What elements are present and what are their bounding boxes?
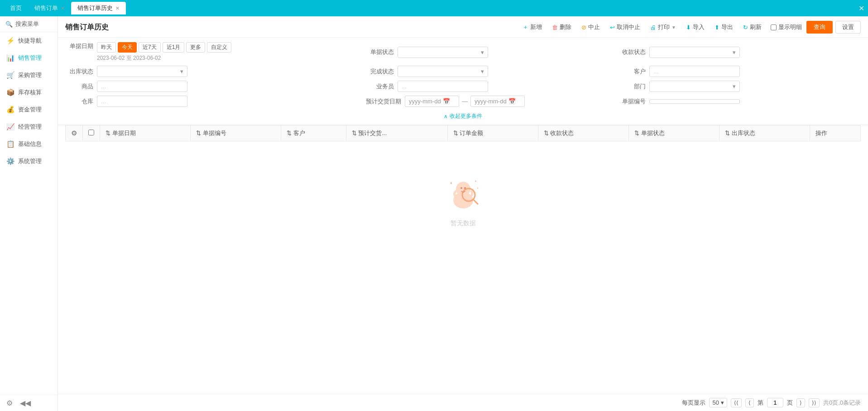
sidebar-item-inventory[interactable]: 📦 库存核算 — [0, 84, 58, 101]
expected-date-from-text: yyyy-mm-dd — [409, 98, 441, 105]
print-dropdown-icon: ▼ — [671, 25, 676, 30]
calendar-from-icon: 📅 — [443, 98, 450, 105]
th-number[interactable]: ⇅ 单据编号 — [191, 126, 281, 141]
last-page-btn[interactable]: ⟩⟩ — [809, 398, 820, 407]
date-btn-last7[interactable]: 近7天 — [139, 42, 161, 53]
delete-icon: 🗑 — [552, 24, 558, 31]
receipt-status-label: 收款状态 — [618, 48, 649, 56]
svg-point-5 — [464, 187, 466, 189]
tab-sales-order[interactable]: 销售订单 ✕ — [28, 2, 71, 15]
empty-illustration: ✦ ✦ ✦ — [441, 169, 486, 214]
system-icon: ⚙️ — [6, 157, 14, 165]
content-area: 销售订单历史 ＋ 新增 🗑 删除 ⊘ 中止 ↩ 取消中止 — [58, 16, 868, 411]
first-page-btn[interactable]: ⟨⟨ — [731, 398, 742, 407]
out-status-label: 出库状态 — [65, 68, 97, 76]
customer-label: 客户 — [618, 68, 649, 76]
empty-state: ✦ ✦ ✦ 暂无数据 — [66, 141, 861, 255]
date-btn-custom[interactable]: 自定义 — [207, 42, 231, 53]
warehouse-label: 仓库 — [65, 97, 97, 106]
table-header-row: ⚙ ⇅ 单据日期 ⇅ 单据编号 ⇅ 客户 — [66, 126, 861, 141]
refresh-button[interactable]: ↻ 刷新 — [739, 21, 766, 33]
salesperson-label: 业务员 — [366, 82, 398, 91]
stop-label: 中止 — [588, 23, 600, 31]
add-button[interactable]: ＋ 新增 — [518, 21, 547, 33]
warehouse-input[interactable]: ... — [97, 96, 187, 107]
sidebar-item-sales[interactable]: 📊 销售管理 — [0, 49, 58, 67]
expected-date-from[interactable]: yyyy-mm-dd 📅 — [405, 96, 459, 107]
th-bill-status-label: ⇅ 单据状态 — [634, 130, 665, 136]
th-bill-status[interactable]: ⇅ 单据状态 — [629, 126, 719, 141]
cancel-stop-button[interactable]: ↩ 取消中止 — [605, 21, 645, 33]
customer-input[interactable]: ... — [649, 66, 740, 77]
tab-sales-history[interactable]: 销售订单历史 ✕ — [71, 2, 126, 15]
collapse-row[interactable]: ∧ 收起更多条件 — [65, 111, 861, 120]
refresh-icon: ↻ — [743, 24, 748, 31]
goods-input[interactable]: ... — [97, 81, 187, 92]
per-page-label: 每页显示 — [682, 399, 705, 407]
delete-button[interactable]: 🗑 删除 — [547, 21, 576, 33]
sidebar-search[interactable]: 🔍 搜索菜单 — [0, 16, 58, 32]
export-label: 导出 — [721, 23, 733, 31]
select-all-checkbox[interactable] — [88, 130, 94, 135]
date-btn-today[interactable]: 今天 — [118, 42, 137, 53]
close-all-tabs[interactable]: ✕ — [858, 4, 864, 13]
tab-sales-order-close[interactable]: ✕ — [61, 5, 65, 11]
settings-button[interactable]: 设置 — [835, 21, 861, 34]
sidebar-item-purchase[interactable]: 🛒 采购管理 — [0, 67, 58, 84]
th-date[interactable]: ⇅ 单据日期 — [100, 126, 191, 141]
th-number-label: ⇅ 单据编号 — [196, 130, 226, 136]
th-customer-label: ⇅ 客户 — [287, 130, 305, 136]
sidebar-item-finance[interactable]: 💰 资金管理 — [0, 101, 58, 118]
display-toggle[interactable]: 显示明细 — [771, 23, 802, 31]
page-size-select[interactable]: 50 ▾ — [709, 398, 727, 407]
refresh-label: 刷新 — [750, 23, 762, 31]
date-btn-last1m[interactable]: 近1月 — [163, 42, 185, 53]
sidebar-item-shortcut[interactable]: ⚡ 快捷导航 — [0, 32, 58, 49]
print-button[interactable]: 🖨 打印 ▼ — [646, 21, 681, 33]
display-toggle-checkbox[interactable] — [771, 24, 777, 30]
tab-home[interactable]: 首页 — [4, 2, 28, 15]
sidebar-settings-icon[interactable]: ⚙ — [6, 399, 13, 407]
query-button[interactable]: 查询 — [806, 21, 833, 34]
search-icon: 🔍 — [5, 21, 13, 28]
th-amount[interactable]: ⇅ 订单金额 — [447, 126, 538, 141]
th-receipt[interactable]: ⇅ 收款状态 — [538, 126, 628, 141]
sidebar-item-operation[interactable]: 📈 经营管理 — [0, 118, 58, 135]
receipt-status-select[interactable]: ▾ — [649, 47, 740, 58]
bill-number-input[interactable] — [649, 99, 740, 104]
date-btn-yesterday[interactable]: 昨天 — [97, 42, 116, 53]
department-label: 部门 — [618, 82, 649, 91]
print-label: 打印 — [658, 23, 670, 31]
expected-date-to[interactable]: yyyy-mm-dd 📅 — [470, 96, 525, 107]
sidebar-search-label: 搜索菜单 — [15, 20, 39, 28]
sidebar-item-system[interactable]: ⚙️ 系统管理 — [0, 153, 58, 170]
sidebar-item-basic[interactable]: 📋 基础信息 — [0, 135, 58, 153]
sidebar-item-system-label: 系统管理 — [18, 157, 42, 165]
svg-point-4 — [460, 187, 462, 189]
th-checkbox — [83, 126, 100, 141]
export-button[interactable]: ⬆ 导出 — [710, 21, 738, 33]
date-btn-more[interactable]: 更多 — [186, 42, 205, 53]
th-customer[interactable]: ⇅ 客户 — [281, 126, 346, 141]
prev-page-btn[interactable]: ⟨ — [745, 398, 754, 407]
out-status-select[interactable]: ▾ — [97, 66, 187, 77]
tab-sales-order-label: 销售订单 — [34, 4, 58, 12]
th-date-label: ⇅ 单据日期 — [106, 130, 136, 136]
salesperson-input[interactable]: ... — [398, 81, 488, 92]
th-out-status[interactable]: ⇅ 出库状态 — [719, 126, 810, 141]
stop-button[interactable]: ⊘ 中止 — [577, 21, 604, 33]
empty-text: 暂无数据 — [451, 219, 476, 227]
complete-status-chevron: ▾ — [481, 68, 484, 75]
date-separator: — — [459, 98, 470, 105]
page-number-input[interactable] — [767, 398, 783, 407]
department-select[interactable]: ▾ — [649, 81, 740, 92]
table-settings-icon[interactable]: ⚙ — [71, 129, 77, 137]
bill-status-select[interactable]: ▾ — [398, 47, 488, 58]
import-button[interactable]: ⬇ 导入 — [681, 21, 709, 33]
tab-sales-history-close[interactable]: ✕ — [115, 5, 120, 11]
complete-status-select[interactable]: ▾ — [398, 66, 488, 77]
page-size-value: 50 — [712, 399, 719, 406]
next-page-btn[interactable]: ⟩ — [796, 398, 805, 407]
sidebar-collapse-icon[interactable]: ◀◀ — [20, 399, 31, 407]
th-expected[interactable]: ⇅ 预计交货... — [346, 126, 447, 141]
